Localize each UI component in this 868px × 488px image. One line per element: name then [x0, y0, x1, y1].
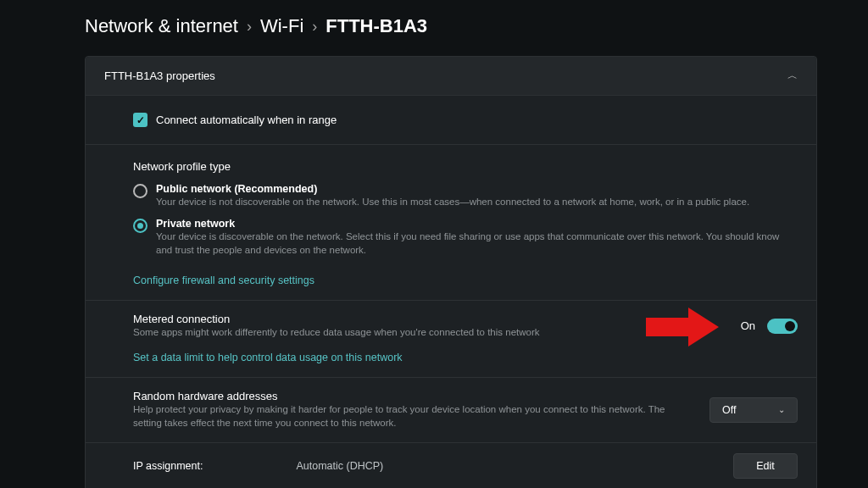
private-title: Private network: [156, 218, 798, 230]
random-hw-desc: Help protect your privacy by making it h…: [133, 402, 676, 430]
auto-connect-checkbox[interactable]: ✓: [133, 113, 147, 127]
chevron-down-icon: ⌄: [778, 405, 785, 414]
breadcrumb: Network & internet › Wi-Fi › FTTH-B1A3: [85, 15, 817, 37]
public-title: Public network (Recommended): [156, 183, 749, 195]
random-hw-value: Off: [722, 404, 736, 416]
auto-connect-label: Connect automatically when in range: [156, 114, 337, 126]
public-desc: Your device is not discoverable on the n…: [156, 195, 749, 209]
metered-state-label: On: [741, 319, 755, 332]
ip-value: Automatic (DHCP): [296, 460, 383, 472]
metered-title: Metered connection: [133, 313, 540, 325]
panel-title: FTTH-B1A3 properties: [104, 69, 215, 82]
chevron-right-icon: ›: [247, 18, 252, 36]
chevron-right-icon: ›: [312, 18, 317, 36]
breadcrumb-mid[interactable]: Wi-Fi: [260, 15, 303, 37]
metered-desc: Some apps might work differently to redu…: [133, 325, 540, 340]
radio-private-network[interactable]: Private network Your device is discovera…: [133, 218, 798, 258]
firewall-settings-link[interactable]: Configure firewall and security settings: [133, 274, 314, 286]
radio-icon: [133, 219, 147, 233]
breadcrumb-root[interactable]: Network & internet: [85, 15, 238, 37]
data-limit-link[interactable]: Set a data limit to help control data us…: [133, 352, 403, 363]
private-desc: Your device is discoverable on the netwo…: [156, 230, 798, 258]
random-hw-title: Random hardware addresses: [133, 390, 676, 402]
annotation-arrow-icon: [646, 308, 719, 347]
chevron-up-icon: ︿: [787, 69, 798, 83]
profile-heading: Network profile type: [133, 160, 798, 173]
panel-header[interactable]: FTTH-B1A3 properties ︿: [86, 57, 816, 96]
radio-icon: [133, 184, 147, 198]
properties-panel: FTTH-B1A3 properties ︿ ✓ Connect automat…: [85, 56, 817, 488]
random-hw-dropdown[interactable]: Off ⌄: [709, 397, 798, 423]
ip-edit-button[interactable]: Edit: [733, 453, 798, 479]
svg-marker-0: [646, 308, 719, 347]
ip-label: IP assignment:: [133, 460, 203, 472]
breadcrumb-leaf: FTTH-B1A3: [326, 15, 427, 37]
metered-toggle[interactable]: [767, 319, 798, 334]
radio-public-network[interactable]: Public network (Recommended) Your device…: [133, 183, 798, 209]
